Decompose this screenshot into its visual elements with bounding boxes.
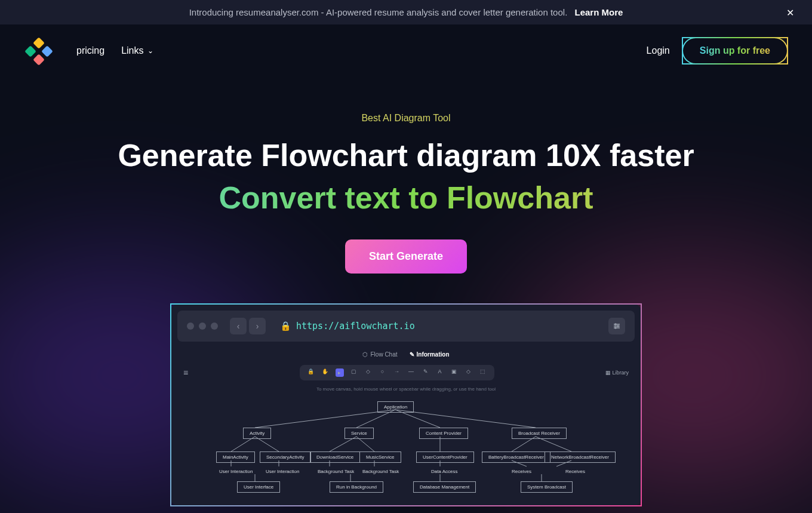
- node[interactable]: DownloadService: [310, 451, 360, 463]
- diamond-tool-icon[interactable]: ◇: [364, 368, 373, 377]
- eraser-tool-icon[interactable]: ◇: [465, 368, 473, 377]
- image-tool-icon[interactable]: ▣: [450, 368, 459, 377]
- arrow-tool-icon[interactable]: →: [393, 368, 401, 377]
- node[interactable]: Application: [377, 401, 414, 413]
- lock-icon: 🔒: [280, 321, 291, 331]
- signup-label: Sign up for free: [700, 45, 770, 56]
- svg-point-8: [617, 325, 619, 327]
- pointer-tool-icon[interactable]: ▸: [336, 368, 344, 377]
- svg-point-9: [615, 327, 616, 328]
- svg-rect-1: [24, 45, 36, 57]
- node[interactable]: UserContentProvider: [416, 451, 474, 463]
- tool-palette: 🔒 ✋ ▸ ▢ ◇ ○ → — ✎ A ▣ ◇ ⬚: [300, 365, 494, 380]
- hero-section: Best AI Diagram Tool Generate Flowchart …: [0, 77, 812, 513]
- node[interactable]: SecondaryActivity: [260, 451, 311, 463]
- node[interactable]: Data Access: [425, 466, 463, 477]
- back-icon[interactable]: ‹: [230, 318, 247, 334]
- nav-links: pricing Links ⌄: [76, 45, 153, 56]
- announcement-bar: Introducing resumeanalyser.com - AI-powe…: [0, 0, 812, 24]
- nav-links-dropdown[interactable]: Links ⌄: [121, 45, 153, 56]
- hero-title: Generate Flowchart diagram 10X faster: [12, 138, 800, 174]
- svg-rect-0: [33, 37, 45, 49]
- node[interactable]: User Interaction: [260, 466, 305, 477]
- start-generate-button[interactable]: Start Generate: [345, 239, 467, 274]
- library-label: Library: [612, 370, 629, 376]
- node[interactable]: Run in Background: [330, 481, 383, 493]
- chevron-down-icon: ⌄: [147, 47, 153, 55]
- tab-flowchat-label: Flow Chat: [370, 351, 397, 358]
- hero-subtitle: Convert text to Flowchart: [12, 180, 800, 216]
- library-icon: ▦: [605, 370, 611, 376]
- node[interactable]: Content Provider: [419, 428, 468, 439]
- browser-nav-arrows: ‹ ›: [230, 318, 266, 334]
- traffic-light-icon: [187, 322, 194, 330]
- signup-button[interactable]: Sign up for free: [682, 37, 788, 64]
- url-text: https://aiflowchart.io: [296, 321, 415, 331]
- nav-right: Login Sign up for free: [647, 37, 788, 64]
- tab-flowchat[interactable]: ⬡ Flow Chat: [362, 351, 397, 358]
- node[interactable]: Background Task: [312, 466, 360, 477]
- tab-information[interactable]: ✎ Information: [410, 351, 450, 358]
- flowchat-icon: ⬡: [362, 351, 368, 358]
- library-button[interactable]: ▦ Library: [605, 370, 629, 376]
- node[interactable]: Receives: [506, 466, 537, 477]
- settings-icon[interactable]: [608, 318, 625, 334]
- app-toolbar: ≡ 🔒 ✋ ▸ ▢ ◇ ○ → — ✎ A ▣ ◇ ⬚ ▦: [171, 361, 641, 384]
- hand-tool-icon[interactable]: ✋: [321, 368, 330, 377]
- node[interactable]: Background Task: [356, 466, 405, 477]
- navbar: pricing Links ⌄ Login Sign up for free: [0, 24, 812, 77]
- forward-icon[interactable]: ›: [249, 318, 266, 334]
- text-tool-icon[interactable]: A: [436, 368, 444, 377]
- more-tool-icon[interactable]: ⬚: [479, 368, 487, 377]
- browser-chrome: ‹ › 🔒 https://aiflowchart.io: [177, 311, 635, 342]
- node[interactable]: NetworkBroadcastReceiver: [545, 451, 616, 463]
- node[interactable]: System Broadcast: [521, 481, 573, 493]
- node[interactable]: BatteryBroadcastReceiver: [482, 451, 550, 463]
- announcement-text: Introducing resumeanalyser.com - AI-powe…: [189, 7, 568, 17]
- svg-point-7: [615, 324, 616, 325]
- url-host: aiflowchart.io: [339, 321, 414, 331]
- traffic-light-icon: [211, 322, 218, 330]
- info-icon: ✎: [410, 351, 414, 358]
- circle-tool-icon[interactable]: ○: [379, 368, 387, 377]
- node[interactable]: MusicService: [359, 451, 401, 463]
- node[interactable]: MainActivity: [216, 451, 255, 463]
- url-prefix: https://: [296, 321, 339, 331]
- traffic-lights: [187, 322, 218, 330]
- url-bar: 🔒 https://aiflowchart.io: [273, 321, 601, 331]
- tab-information-label: Information: [417, 351, 450, 358]
- hint-text: To move canvas, hold mouse wheel or spac…: [171, 384, 641, 398]
- learn-more-link[interactable]: Learn More: [574, 7, 623, 17]
- diagram-canvas[interactable]: Application Activity Service Content Pro…: [171, 398, 641, 505]
- traffic-light-icon: [199, 322, 206, 330]
- node[interactable]: Service: [345, 428, 374, 439]
- svg-rect-3: [33, 54, 45, 65]
- preview-frame: ‹ › 🔒 https://aiflowchart.io: [170, 303, 642, 506]
- close-icon[interactable]: ✕: [786, 7, 794, 18]
- node[interactable]: Database Management: [413, 481, 476, 493]
- pen-tool-icon[interactable]: ✎: [422, 368, 430, 377]
- node[interactable]: Broadcast Receiver: [512, 428, 567, 439]
- login-link[interactable]: Login: [647, 45, 670, 56]
- lock-tool-icon[interactable]: 🔒: [307, 368, 315, 377]
- node[interactable]: Activity: [243, 428, 271, 439]
- tagline: Best AI Diagram Tool: [12, 113, 800, 124]
- nav-links-label: Links: [121, 45, 143, 56]
- preview-container: ‹ › 🔒 https://aiflowchart.io: [170, 303, 642, 506]
- logo[interactable]: [24, 36, 53, 65]
- node[interactable]: User Interface: [237, 481, 280, 493]
- menu-icon[interactable]: ≡: [183, 368, 188, 377]
- nav-pricing[interactable]: pricing: [76, 45, 104, 56]
- rect-tool-icon[interactable]: ▢: [350, 368, 358, 377]
- node[interactable]: User Interaction: [213, 466, 259, 477]
- app-tabs: ⬡ Flow Chat ✎ Information: [171, 348, 641, 361]
- svg-rect-2: [41, 45, 53, 57]
- node[interactable]: Receives: [559, 466, 591, 477]
- line-tool-icon[interactable]: —: [407, 368, 416, 377]
